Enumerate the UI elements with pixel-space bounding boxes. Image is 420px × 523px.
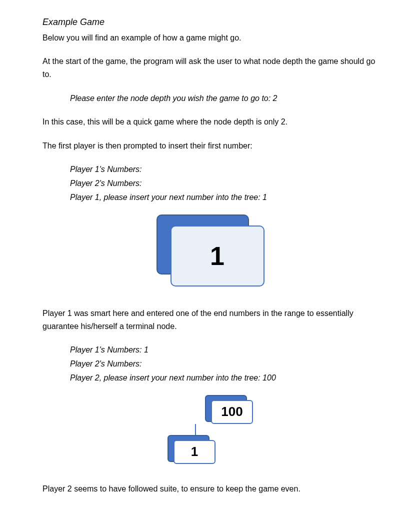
tree-diagram-two-nodes: 100 1 <box>145 395 275 468</box>
tree-node-root: 1 <box>156 214 264 287</box>
console-prompt-depth: Please enter the node depth you wish the… <box>42 92 378 105</box>
console-p1-numbers-2: Player 1's Numbers: 1 <box>42 344 378 356</box>
console-p2-prompt: Player 2, please insert your next number… <box>42 372 378 384</box>
card-front: 100 <box>211 400 253 424</box>
console-p1-numbers: Player 1's Numbers: <box>42 163 378 176</box>
console-p2-numbers-2: Player 2's Numbers: <box>42 358 378 370</box>
paragraph-depth-note: In this case, this will be a quick game … <box>42 116 378 128</box>
section-heading: Example Game <box>42 15 378 30</box>
console-p2-numbers: Player 2's Numbers: <box>42 177 378 190</box>
paragraph-first-player: The first player is then prompted to ins… <box>42 140 378 152</box>
card-front: 1 <box>170 226 264 286</box>
document-page: Example Game Below you will find an exam… <box>0 0 420 522</box>
paragraph-depth-intro: At the start of the game, the program wi… <box>42 55 378 80</box>
paragraph-p1-strategy: Player 1 was smart here and entered one … <box>42 307 378 332</box>
tree-diagram-single: 1 <box>42 214 378 287</box>
console-p1-prompt: Player 1, please insert your next number… <box>42 191 378 204</box>
card-front: 1 <box>174 440 216 464</box>
paragraph-p2-strategy: Player 2 seems to have followed suite, t… <box>42 482 378 496</box>
intro-paragraph: Below you will find an example of how a … <box>42 32 378 44</box>
